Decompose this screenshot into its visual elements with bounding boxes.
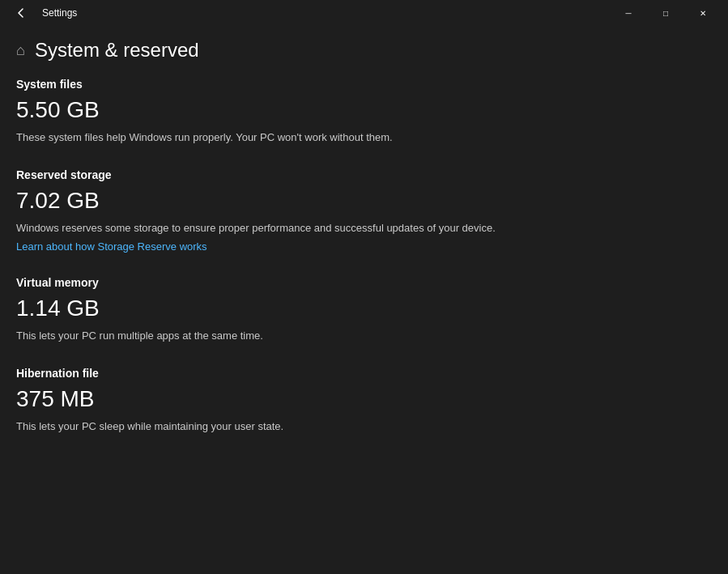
close-button[interactable]: ✕ xyxy=(684,0,722,26)
back-button[interactable] xyxy=(10,2,32,24)
hibernation-file-section: Hibernation file 375 MB This lets your P… xyxy=(16,367,712,435)
virtual-memory-description: This lets your PC run multiple apps at t… xyxy=(16,328,567,344)
system-files-description: These system files help Windows run prop… xyxy=(16,130,567,146)
system-files-size: 5.50 GB xyxy=(16,97,712,123)
system-files-title: System files xyxy=(16,78,712,91)
title-bar-title: Settings xyxy=(42,7,77,19)
reserved-storage-section: Reserved storage 7.02 GB Windows reserve… xyxy=(16,168,712,254)
title-bar-left: Settings xyxy=(10,2,77,24)
hibernation-file-size: 375 MB xyxy=(16,386,712,412)
maximize-button[interactable]: □ xyxy=(647,0,684,26)
storage-reserve-link[interactable]: Learn about how Storage Reserve works xyxy=(16,240,207,253)
title-bar: Settings ─ □ ✕ xyxy=(0,0,728,26)
virtual-memory-size: 1.14 GB xyxy=(16,296,712,321)
title-bar-controls: ─ □ ✕ xyxy=(610,0,722,26)
page-title: System & reserved xyxy=(35,39,199,62)
reserved-storage-description: Windows reserves some storage to ensure … xyxy=(16,220,567,236)
virtual-memory-title: Virtual memory xyxy=(16,276,712,289)
system-files-section: System files 5.50 GB These system files … xyxy=(16,78,712,146)
content-area: System files 5.50 GB These system files … xyxy=(0,78,728,473)
reserved-storage-title: Reserved storage xyxy=(16,168,712,181)
hibernation-file-description: This lets your PC sleep while maintainin… xyxy=(16,419,567,435)
reserved-storage-size: 7.02 GB xyxy=(16,188,712,214)
hibernation-file-title: Hibernation file xyxy=(16,367,712,380)
virtual-memory-section: Virtual memory 1.14 GB This lets your PC… xyxy=(16,276,712,344)
page-header: ⌂ System & reserved xyxy=(0,26,728,78)
minimize-button[interactable]: ─ xyxy=(610,0,647,26)
home-icon: ⌂ xyxy=(16,42,25,59)
